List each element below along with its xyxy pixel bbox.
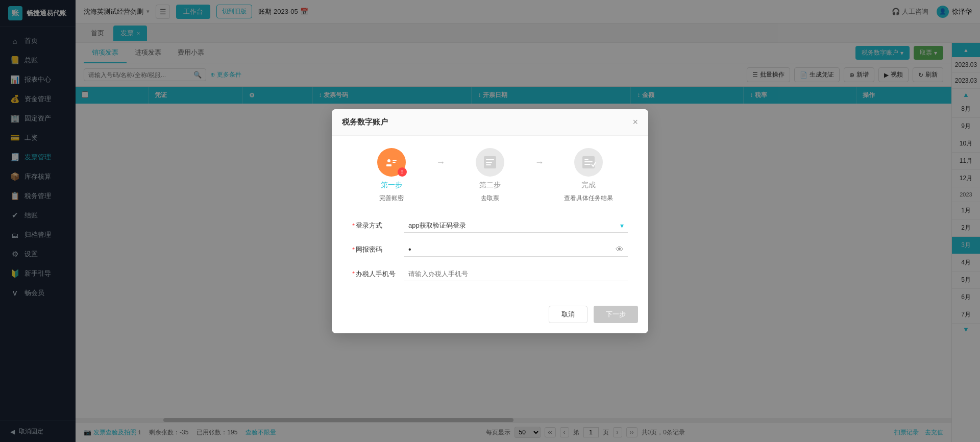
step-2-label: 第二步 <box>479 181 501 190</box>
svg-rect-2 <box>386 164 391 166</box>
step-1-desc: 完善账密 <box>379 194 404 203</box>
phone-label: * 办税人手机号 <box>352 269 398 279</box>
dropdown-icon: ▾ <box>620 222 624 230</box>
step-2-icon-wrap <box>476 148 504 177</box>
svg-rect-4 <box>393 162 396 163</box>
step-3-circle <box>574 148 603 177</box>
tax-account-modal: 税务数字账户 × <box>332 109 648 333</box>
password-label: * 网报密码 <box>352 245 398 254</box>
modal-header: 税务数字账户 × <box>332 109 648 136</box>
cancel-button[interactable]: 取消 <box>549 306 587 323</box>
login-method-row: * 登录方式 app获取验证码登录 ▾ <box>352 219 628 233</box>
step-2: 第二步 去取票 <box>451 148 529 203</box>
eye-icon[interactable]: 👁 <box>616 245 624 254</box>
step-3: 完成 查看具体任务结果 <box>550 148 628 203</box>
modal-footer: 取消 下一步 <box>332 300 648 333</box>
steps-indicator: ! 第一步 完善账密 → <box>352 148 628 203</box>
svg-rect-7 <box>486 162 492 163</box>
login-method-select[interactable]: app获取验证码登录 ▾ <box>404 219 628 233</box>
step-3-svg <box>580 154 597 170</box>
step-arrow-2: → <box>529 148 550 168</box>
password-input[interactable] <box>408 245 616 254</box>
modal-title: 税务数字账户 <box>342 117 388 127</box>
step-3-icon-wrap <box>574 148 603 177</box>
step-1: ! 第一步 完善账密 <box>352 148 430 203</box>
password-field: 👁 <box>404 243 628 257</box>
step-1-label: 第一步 <box>381 181 402 190</box>
step-1-badge: ! <box>398 167 407 177</box>
modal-close-button[interactable]: × <box>632 117 638 127</box>
svg-rect-6 <box>486 159 494 160</box>
modal-overlay: 税务数字账户 × <box>0 0 980 442</box>
svg-rect-10 <box>584 159 589 160</box>
svg-rect-12 <box>584 164 591 165</box>
step-arrow-1: → <box>430 148 451 168</box>
phone-input[interactable] <box>404 267 628 281</box>
svg-rect-8 <box>486 164 491 165</box>
login-method-label: * 登录方式 <box>352 221 398 230</box>
password-row: * 网报密码 👁 <box>352 243 628 257</box>
step-2-svg <box>482 154 498 170</box>
step-2-desc: 去取票 <box>481 194 499 203</box>
phone-row: * 办税人手机号 <box>352 267 628 281</box>
svg-rect-3 <box>393 160 397 161</box>
svg-rect-11 <box>584 161 593 162</box>
modal-body: ! 第一步 完善账密 → <box>332 136 648 300</box>
step-1-icon-wrap: ! <box>377 148 406 177</box>
step-3-label: 完成 <box>581 181 596 190</box>
login-method-value: app获取验证码登录 <box>408 221 466 230</box>
next-button[interactable]: 下一步 <box>594 306 638 323</box>
step-2-circle <box>476 148 504 177</box>
svg-point-1 <box>387 159 390 162</box>
step-3-desc: 查看具体任务结果 <box>564 194 613 203</box>
step-1-svg <box>383 154 400 170</box>
